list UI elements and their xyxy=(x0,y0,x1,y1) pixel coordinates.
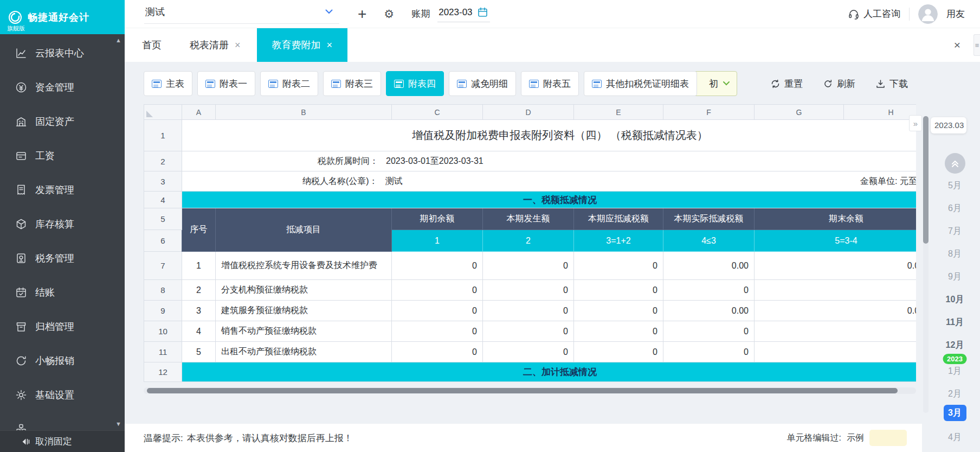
month-item-feb[interactable]: 2月 xyxy=(930,389,980,400)
cell-value[interactable]: 0.00 xyxy=(755,301,917,321)
row-number[interactable]: 8 xyxy=(144,280,182,301)
column-header-a[interactable]: A xyxy=(182,105,216,120)
account-selector[interactable]: 测试 xyxy=(144,4,339,24)
expand-panel-button[interactable]: » xyxy=(909,115,922,131)
reset-button[interactable]: 重置 xyxy=(771,78,803,90)
taxpayer-cell[interactable]: 纳税人名称(公章)：测试 金额单位: 元至角分 xyxy=(182,171,917,192)
month-item-jul[interactable]: 7月 xyxy=(930,226,980,237)
horizontal-scrollbar-thumb[interactable] xyxy=(147,388,898,393)
row-number[interactable]: 7 xyxy=(144,252,182,280)
user-name[interactable]: 用友 xyxy=(946,8,965,20)
cell-value[interactable]: 0 xyxy=(483,321,574,342)
cell-item[interactable]: 销售不动产预征缴纳税款 xyxy=(216,321,392,342)
cell-value[interactable]: 0 xyxy=(392,280,483,301)
column-header-h[interactable]: H xyxy=(844,105,917,120)
cell-seq[interactable]: 4 xyxy=(182,321,216,342)
cell-value[interactable]: 0 xyxy=(483,280,574,301)
sidebar-item-payroll[interactable]: 工资 xyxy=(0,138,125,173)
section-2-banner[interactable]: 二、加计抵减情况 xyxy=(182,362,917,382)
month-item-jun[interactable]: 6月 xyxy=(930,203,980,214)
report-title-cell[interactable]: 增值税及附加税费申报表附列资料（四） （税额抵减情况表） xyxy=(182,120,917,151)
sheet-tab-appendix-4[interactable]: 附表四 xyxy=(386,71,444,96)
tax-period-cell[interactable]: 税款所属时间：2023-03-01至2023-03-31 xyxy=(182,151,917,171)
cell-value[interactable]: 0 xyxy=(392,252,483,280)
horizontal-scrollbar[interactable] xyxy=(144,387,916,394)
month-item-may[interactable]: 5月 xyxy=(930,180,980,192)
month-item-dec[interactable]: 12月 xyxy=(930,340,980,351)
row-number[interactable]: 11 xyxy=(144,342,182,362)
tab-list-menu-button[interactable]: ≡ xyxy=(973,34,980,56)
sidebar-item-funds[interactable]: 资金管理 xyxy=(0,70,125,104)
cell-value[interactable]: 0.00 xyxy=(663,301,755,321)
column-header-g[interactable]: G xyxy=(755,105,844,120)
sheet-tab-appendix-3[interactable]: 附表三 xyxy=(323,71,381,96)
month-item-apr[interactable]: 4月 xyxy=(930,432,980,443)
month-item-nov[interactable]: 11月 xyxy=(930,317,980,328)
row-number[interactable]: 1 xyxy=(144,120,182,151)
column-header-c[interactable]: C xyxy=(392,105,483,120)
month-item-aug[interactable]: 8月 xyxy=(930,249,980,260)
cell-seq[interactable]: 1 xyxy=(182,252,216,280)
month-item-sep[interactable]: 9月 xyxy=(930,271,980,283)
cell-value[interactable]: 0 xyxy=(392,342,483,362)
sheet-tab-appendix-5[interactable]: 附表五 xyxy=(521,71,579,96)
month-item-jan[interactable]: 1月 xyxy=(930,366,980,377)
subheader-1[interactable]: 1 xyxy=(392,230,483,252)
row-number[interactable]: 9 xyxy=(144,301,182,321)
settings-gear-icon[interactable]: ⚙ xyxy=(384,8,394,21)
period-selector[interactable]: 2023-03 xyxy=(437,6,489,22)
sheet-tab-reduction-detail[interactable]: 减免明细 xyxy=(449,71,516,96)
customer-service-button[interactable]: 人工咨询 xyxy=(848,8,900,20)
tab-home[interactable]: 首页 xyxy=(142,39,162,52)
header-item[interactable]: 抵减项目 xyxy=(216,208,392,252)
spreadsheet[interactable]: A B C D E F G H 1 增值税及附加税费申报表附列资料（四） （税额… xyxy=(144,104,916,382)
cell-item[interactable]: 出租不动产预征缴纳税款 xyxy=(216,342,392,362)
month-item-oct[interactable]: 10月 xyxy=(930,294,980,305)
column-header-b[interactable]: B xyxy=(216,105,392,120)
sheet-tab-appendix-2[interactable]: 附表二 xyxy=(260,71,318,96)
cell-value[interactable]: 0 xyxy=(755,342,917,362)
download-button[interactable]: 下载 xyxy=(876,78,908,90)
cell-item[interactable]: 分支机构预征缴纳税款 xyxy=(216,280,392,301)
close-tab-icon[interactable]: × xyxy=(327,40,333,51)
cell-value[interactable]: 0.00 xyxy=(755,252,917,280)
cell-value[interactable]: 0 xyxy=(483,301,574,321)
cell-seq[interactable]: 3 xyxy=(182,301,216,321)
subheader-5[interactable]: 5=3-4 xyxy=(755,230,917,252)
row-number[interactable]: 12 xyxy=(144,362,182,382)
sidebar-item-cloud-reports[interactable]: 云报表中心 xyxy=(0,36,125,70)
sidebar-scroll-up-icon[interactable]: ▲ xyxy=(115,37,121,43)
cell-value[interactable]: 0 xyxy=(574,280,663,301)
cell-value[interactable]: 0 xyxy=(392,321,483,342)
period-dropdown[interactable]: 初 xyxy=(692,71,737,96)
cell-item[interactable]: 建筑服务预征缴纳税款 xyxy=(216,301,392,321)
sidebar-item-inventory[interactable]: 库存核算 xyxy=(0,207,125,241)
cell-value[interactable]: 0 xyxy=(483,342,574,362)
tab-tax-return-list[interactable]: 税表清册 × xyxy=(190,39,241,52)
cell-value[interactable]: 0 xyxy=(574,321,663,342)
header-deductible[interactable]: 本期应抵减税额 xyxy=(574,208,663,230)
sheet-tab-appendix-1[interactable]: 附表一 xyxy=(197,71,255,96)
cell-value[interactable]: 0 xyxy=(663,342,755,362)
row-number[interactable]: 4 xyxy=(144,192,182,208)
row-number[interactable]: 6 xyxy=(144,230,182,252)
close-all-icon[interactable]: × xyxy=(954,39,960,52)
sidebar-item-closing[interactable]: 结账 xyxy=(0,275,125,309)
sidebar-item-reimbursement[interactable]: 小畅报销 xyxy=(0,343,125,378)
vertical-scrollbar-thumb[interactable] xyxy=(923,116,929,244)
subheader-4[interactable]: 4≤3 xyxy=(663,230,755,252)
sheet-tab-main[interactable]: 主表 xyxy=(144,71,192,96)
header-actual-deducted[interactable]: 本期实际抵减税额 xyxy=(663,208,755,230)
subheader-2[interactable]: 2 xyxy=(483,230,574,252)
row-number[interactable]: 2 xyxy=(144,151,182,171)
cell-value[interactable]: 0.00 xyxy=(663,252,755,280)
sidebar-item-invoices[interactable]: 发票管理 xyxy=(0,173,125,207)
row-number[interactable]: 3 xyxy=(144,171,182,192)
cell-value[interactable]: 0 xyxy=(663,321,755,342)
scroll-to-top-button[interactable] xyxy=(945,153,965,174)
tab-education-surcharge[interactable]: 教育费附加 × xyxy=(257,28,348,62)
subheader-3[interactable]: 3=1+2 xyxy=(574,230,663,252)
sidebar-item-fixed-assets[interactable]: 固定资产 xyxy=(0,104,125,138)
sheet-tab-other-voucher-detail[interactable]: 其他扣税凭证明细表 xyxy=(584,71,697,96)
cell-value[interactable]: 0 xyxy=(574,342,663,362)
